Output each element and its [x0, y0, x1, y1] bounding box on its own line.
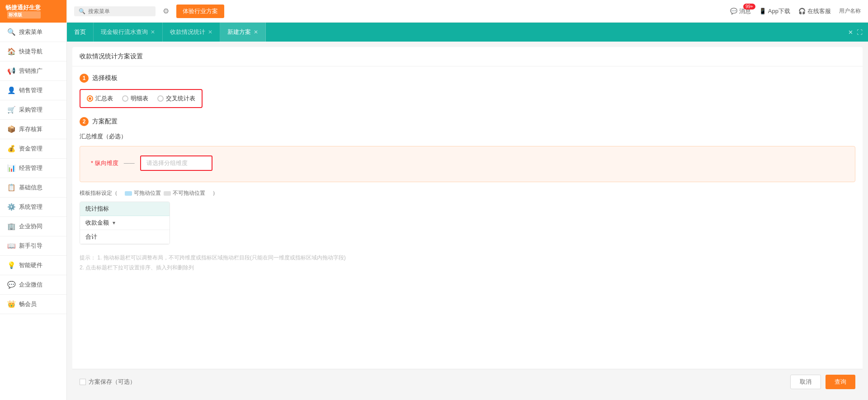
service-icon: 🎧 — [798, 8, 806, 14]
query-button[interactable]: 查询 — [826, 375, 855, 389]
tab-home[interactable]: 首页 — [67, 23, 94, 42]
sidebar-item-label: 营销推广 — [19, 67, 42, 75]
notification-badge: 99+ — [743, 4, 755, 9]
sidebar-item-label: 企业微信 — [19, 281, 42, 289]
metric-name-2: 合计 — [85, 233, 97, 241]
dimension-select[interactable]: 请选择分组维度 — [140, 155, 212, 171]
metrics-table: 统计指标 收款金额 ▾ 合计 — [80, 202, 170, 245]
sidebar-item-guide[interactable]: 📖 新手引导 — [0, 236, 66, 256]
sidebar-item-label: 经营管理 — [19, 164, 42, 172]
sidebar-item-search[interactable]: 🔍 搜索菜单 — [0, 23, 66, 42]
sidebar-item-label: 企业协同 — [19, 222, 42, 231]
step1-header: 1 选择模板 — [80, 74, 855, 83]
save-option-label: 方案保存（可选） — [89, 378, 136, 386]
bottom-buttons: 取消 查询 — [790, 375, 855, 389]
tab-receipts[interactable]: 收款情况统计 ✕ — [163, 23, 220, 42]
tab-close-receipts[interactable]: ✕ — [208, 29, 212, 35]
radio-cross-label: 交叉统计表 — [166, 94, 195, 103]
sidebar-item-management[interactable]: 📊 经营管理 — [0, 159, 66, 178]
step1-section: 1 选择模板 汇总表 明细表 — [80, 74, 855, 108]
plan-config: 汇总维度（必选） * 纵向维度 —— 请选择分组维度 — [80, 132, 855, 273]
user-name: 用户名称 — [839, 7, 861, 15]
search-icon: 🔍 — [79, 8, 85, 14]
drag-legend-fixed: 不可拖动位置 — [164, 189, 205, 197]
metrics-table-header: 统计指标 — [80, 202, 170, 216]
cancel-button[interactable]: 取消 — [790, 375, 821, 389]
tab-expand-icon[interactable]: ⛶ — [857, 29, 863, 36]
sidebar-item-enterprise[interactable]: 🏢 企业协同 — [0, 217, 66, 236]
sidebar-item-marketing[interactable]: 📢 营销推广 — [0, 61, 66, 81]
radio-detail[interactable]: 明细表 — [122, 94, 148, 103]
app-download-link[interactable]: 📱 App下载 — [759, 7, 790, 15]
download-icon: 📱 — [759, 8, 766, 14]
card-body: 1 选择模板 汇总表 明细表 — [72, 66, 863, 369]
tab-new-plan[interactable]: 新建方案 ✕ — [220, 23, 266, 42]
sidebar-item-sales[interactable]: 👤 销售管理 — [0, 81, 66, 100]
app-logo: 畅捷通好生意 标准版 — [0, 0, 66, 23]
sidebar-item-member[interactable]: 👑 畅会员 — [0, 295, 66, 314]
radio-dot-detail — [122, 95, 128, 102]
tab-close-cashflow[interactable]: ✕ — [151, 29, 155, 35]
content-card: 收款情况统计方案设置 1 选择模板 汇总表 — [72, 47, 863, 395]
save-checkbox[interactable] — [80, 379, 86, 385]
gear-icon[interactable]: ⚙ — [163, 7, 169, 15]
sidebar-item-basics[interactable]: 📋 基础信息 — [0, 178, 66, 198]
message-icon: 💬 — [730, 8, 737, 14]
radio-dot-summary — [87, 95, 93, 102]
finance-icon: 💰 — [7, 145, 15, 153]
enterprise-icon: 🏢 — [7, 222, 15, 231]
sidebar-item-label: 搜索菜单 — [19, 28, 42, 36]
tab-bar: 首页 现金银行流水查询 ✕ 收款情况统计 ✕ 新建方案 ✕ ✕ ⛶ — [67, 23, 868, 42]
drag-label-fixed: 不可拖动位置 — [173, 189, 205, 197]
main-area: 🔍 ⚙ 体验行业方案 💬 消息 99+ 📱 App下载 🎧 在线客服 用户名称 … — [67, 0, 868, 400]
guide-icon: 📖 — [7, 242, 15, 250]
metric-dropdown-1[interactable]: ▾ — [113, 220, 115, 226]
radio-cross[interactable]: 交叉统计表 — [157, 94, 195, 103]
search-input[interactable] — [88, 8, 151, 14]
radio-detail-label: 明细表 — [131, 94, 148, 103]
sidebar-item-label: 资金管理 — [19, 145, 42, 153]
sidebar-item-label: 快捷导航 — [19, 47, 42, 56]
radio-summary-label: 汇总表 — [95, 94, 113, 103]
search-icon: 🔍 — [7, 28, 15, 36]
dimension-area: * 纵向维度 —— 请选择分组维度 — [80, 146, 855, 182]
sidebar-item-inventory[interactable]: 📦 库存核算 — [0, 120, 66, 139]
radio-summary[interactable]: 汇总表 — [87, 94, 113, 103]
version-badge: 标准版 — [7, 11, 41, 19]
sidebar-item-system[interactable]: ⚙️ 系统管理 — [0, 198, 66, 217]
tab-close-icon[interactable]: ✕ — [848, 29, 853, 36]
search-bar[interactable]: 🔍 — [74, 6, 156, 16]
marketing-icon: 📢 — [7, 67, 15, 75]
step2-title: 方案配置 — [92, 118, 118, 126]
sidebar-item-hardware[interactable]: 💡 智能硬件 — [0, 256, 66, 275]
online-service-link[interactable]: 🎧 在线客服 — [798, 7, 831, 15]
notification-bell[interactable]: 💬 消息 99+ — [730, 7, 751, 15]
inventory-icon: 📦 — [7, 125, 15, 133]
metrics-table-row-1: 收款金额 ▾ — [80, 216, 170, 230]
metric-name-1: 收款金额 — [85, 219, 109, 227]
save-option[interactable]: 方案保存（可选） — [80, 378, 136, 386]
sidebar-item-nav[interactable]: 🏠 快捷导航 — [0, 42, 66, 61]
home-icon: 🏠 — [7, 47, 15, 56]
dimension-label: * 纵向维度 — [91, 159, 118, 167]
drag-legend-draggable: 可拖动位置 — [125, 189, 161, 197]
hint-line-1: 提示： 1. 拖动标题栏可以调整布局，不可跨维度或指标区域拖动栏目段(只能在同一… — [80, 253, 855, 263]
sidebar-item-finance[interactable]: 💰 资金管理 — [0, 139, 66, 159]
sidebar-item-label: 基础信息 — [19, 184, 42, 192]
system-icon: ⚙️ — [7, 203, 15, 211]
step2-section: 2 方案配置 汇总维度（必选） * 纵向维度 —— 请选择分组维度 — [80, 117, 855, 273]
trial-button[interactable]: 体验行业方案 — [176, 5, 224, 18]
tab-close-newplan[interactable]: ✕ — [254, 29, 258, 35]
sidebar-item-wechat[interactable]: 💬 企业微信 — [0, 275, 66, 295]
basics-icon: 📋 — [7, 184, 15, 192]
management-icon: 📊 — [7, 164, 15, 172]
sidebar-item-label: 系统管理 — [19, 203, 42, 211]
sidebar-item-purchase[interactable]: 🛒 采购管理 — [0, 100, 66, 120]
header-right: 💬 消息 99+ 📱 App下载 🎧 在线客服 用户名称 — [730, 7, 861, 15]
hint-line-2: 2. 点击标题栏下拉可设置排序、插入列和删除列 — [80, 263, 855, 273]
member-icon: 👑 — [7, 300, 15, 308]
tab-cashflow[interactable]: 现金银行流水查询 ✕ — [94, 23, 163, 42]
step2-number: 2 — [80, 117, 89, 126]
logo-text: 畅捷通好生意 — [5, 4, 41, 11]
step2-header: 2 方案配置 — [80, 117, 855, 126]
